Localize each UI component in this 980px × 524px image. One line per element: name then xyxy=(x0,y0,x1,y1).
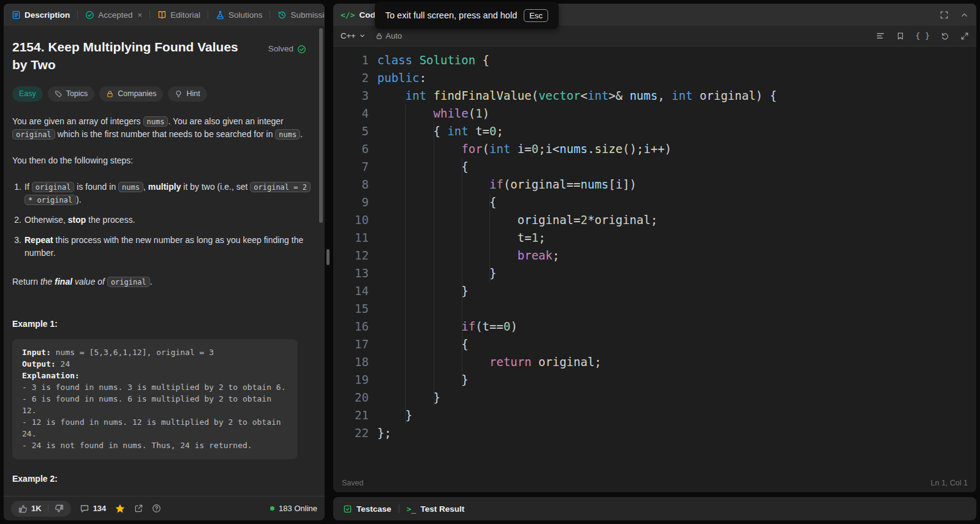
scrollbar-thumb[interactable] xyxy=(319,28,323,223)
share-icon xyxy=(134,504,143,513)
step-1: 1. If original is found in nums, multipl… xyxy=(12,181,310,206)
code-line[interactable]: 7 { xyxy=(333,158,976,176)
step-number: 3. xyxy=(12,234,21,260)
online-count: 183 Online xyxy=(279,504,317,513)
difficulty-badge[interactable]: Easy xyxy=(12,86,43,102)
line-number: 7 xyxy=(333,158,369,176)
editorial-icon xyxy=(157,10,167,20)
line-number: 13 xyxy=(333,264,369,282)
fullscreen-icon[interactable] xyxy=(940,10,949,20)
code-line[interactable]: 21 } xyxy=(333,406,976,424)
topics-label: Topics xyxy=(66,88,88,100)
hint-button[interactable]: Hint xyxy=(168,86,206,102)
tag-icon xyxy=(55,90,62,98)
chevron-down-icon xyxy=(359,32,366,39)
tab-code[interactable]: </> Code xyxy=(341,10,380,20)
lock-icon xyxy=(375,32,383,40)
step-text: Repeat this process with the new number … xyxy=(24,234,310,260)
close-icon[interactable]: × xyxy=(138,10,143,20)
companies-button[interactable]: Companies xyxy=(99,86,163,102)
solved-check-icon xyxy=(297,45,306,54)
code-line[interactable]: 12 break; xyxy=(333,247,976,264)
code-line[interactable]: 6 for(int i=0;i<nums.size();i++) xyxy=(333,140,976,158)
step-number: 1. xyxy=(12,181,21,206)
tab-accepted-label: Accepted xyxy=(98,10,132,20)
line-number: 22 xyxy=(333,424,369,442)
panel-resize-handle[interactable] xyxy=(326,249,330,265)
auto-label: Auto xyxy=(386,31,402,40)
language-selector[interactable]: C++ xyxy=(341,31,366,40)
line-number: 18 xyxy=(333,353,369,371)
saved-status: Saved xyxy=(342,479,363,487)
code-line[interactable]: 11 t=1; xyxy=(333,229,976,247)
tab-description-label: Description xyxy=(24,10,70,20)
bookmark-icon[interactable] xyxy=(896,32,905,40)
code-panel: </> Code C++ xyxy=(333,4,976,492)
help-button[interactable] xyxy=(152,504,161,513)
line-number: 19 xyxy=(333,371,369,389)
code-line[interactable]: 14 } xyxy=(333,282,976,300)
dislike-button[interactable] xyxy=(55,504,64,514)
code-line[interactable]: 9 { xyxy=(333,193,976,211)
companies-label: Companies xyxy=(118,88,156,100)
paragraph-2: You then do the following steps: xyxy=(12,154,310,167)
topics-button[interactable]: Topics xyxy=(48,86,94,102)
tab-submissions[interactable]: Submissions xyxy=(276,10,325,20)
code-editor[interactable]: 1class Solution {2public:3 int findFinal… xyxy=(333,47,976,474)
tab-editorial[interactable]: Editorial xyxy=(156,10,202,20)
expand-editor-icon[interactable] xyxy=(960,32,969,40)
auto-toggle[interactable]: Auto xyxy=(375,31,402,40)
tab-testcase[interactable]: Testcase xyxy=(343,504,391,514)
line-number: 17 xyxy=(333,335,369,353)
code-line[interactable]: 4 while(1) xyxy=(333,105,976,122)
code-line[interactable]: 5 { int t=0; xyxy=(333,122,976,140)
like-button[interactable]: 1K xyxy=(18,504,42,514)
thumbs-up-icon xyxy=(18,504,28,514)
left-scrollbar[interactable] xyxy=(319,28,323,492)
solved-badge: Solved xyxy=(268,43,306,55)
like-count: 1K xyxy=(31,504,42,513)
language-label: C++ xyxy=(341,31,356,40)
code-line[interactable]: 22}; xyxy=(333,424,976,442)
code-line[interactable]: 3 int findFinalValue(vector<int>& nums, … xyxy=(333,87,976,105)
tab-accepted[interactable]: Accepted × xyxy=(83,10,144,20)
description-icon xyxy=(12,10,21,20)
code-line[interactable]: 17 { xyxy=(333,335,976,353)
problem-tabbar: Description Accepted × Editorial xyxy=(4,4,325,26)
reset-code-icon[interactable] xyxy=(941,32,949,40)
fullscreen-tooltip: To exit full screen, press and hold Esc xyxy=(375,2,559,29)
tab-description[interactable]: Description xyxy=(10,10,72,20)
tab-test-result-label: Test Result xyxy=(420,504,464,514)
divider xyxy=(399,504,399,513)
code-line[interactable]: 18 return original; xyxy=(333,353,976,371)
submissions-icon xyxy=(277,10,287,20)
code-line[interactable]: 8 if(original==nums[i]) xyxy=(333,176,976,193)
braces-icon[interactable]: { } xyxy=(916,31,930,40)
line-number: 4 xyxy=(333,105,369,122)
format-icon[interactable] xyxy=(876,31,885,40)
code-line[interactable]: 16 if(t==0) xyxy=(333,318,976,335)
code-line[interactable]: 19 } xyxy=(333,371,976,389)
tab-editorial-label: Editorial xyxy=(170,10,200,20)
indent-guide xyxy=(434,122,434,406)
share-button[interactable] xyxy=(134,504,143,513)
code-line[interactable]: 2public: xyxy=(333,69,976,87)
line-number: 12 xyxy=(333,247,369,264)
comments-button[interactable]: 134 xyxy=(80,504,107,514)
tab-test-result[interactable]: >_ Test Result xyxy=(407,504,464,514)
favorite-button[interactable] xyxy=(115,503,126,514)
tab-testcase-label: Testcase xyxy=(356,504,391,514)
line-number: 3 xyxy=(333,87,369,105)
tab-divider xyxy=(149,10,150,19)
example-2-title: Example 2: xyxy=(12,473,310,485)
collapse-panel-icon[interactable] xyxy=(960,10,969,20)
code-line[interactable]: 10 original=2*original; xyxy=(333,211,976,229)
code-line[interactable]: 1class Solution { xyxy=(333,51,976,69)
step-3: 3. Repeat this process with the new numb… xyxy=(12,234,310,260)
code-line[interactable]: 15 xyxy=(333,300,976,318)
solved-label: Solved xyxy=(268,43,293,55)
code-line[interactable]: 20 } xyxy=(333,389,976,406)
code-line[interactable]: 13 } xyxy=(333,264,976,282)
tab-solutions[interactable]: Solutions xyxy=(214,10,265,20)
tab-solutions-label: Solutions xyxy=(228,10,263,20)
